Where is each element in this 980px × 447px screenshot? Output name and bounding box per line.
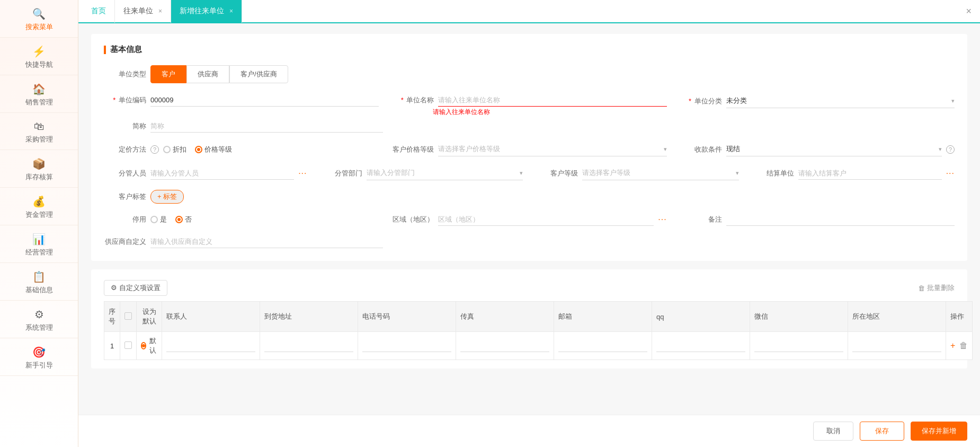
select-all-checkbox[interactable] [124, 312, 132, 320]
cell-wechat [750, 332, 848, 360]
tab-new-partner-close[interactable]: × [229, 7, 233, 15]
col-email: 邮箱 [554, 302, 652, 332]
radio-yes[interactable]: 是 [150, 215, 167, 224]
col-default: 设为默认 [137, 302, 162, 332]
tab-partners[interactable]: 往来单位 × [115, 0, 171, 23]
chevron-down-icon-2: ▾ [664, 146, 667, 153]
batch-delete-button[interactable]: 🗑 批量删除 [918, 280, 955, 296]
settlement-unit-input[interactable] [798, 167, 942, 180]
payment-terms-select[interactable]: 现结 ▾ [726, 142, 942, 156]
short-name-input[interactable] [150, 120, 383, 133]
col-checkbox [120, 302, 137, 332]
batch-delete-icon: 🗑 [918, 284, 925, 292]
qq-input[interactable] [656, 339, 745, 352]
unit-code-field: * 单位编码 [104, 94, 379, 107]
tab-new-partner[interactable]: 新增往来单位 × [171, 0, 242, 23]
sidebar-item-guide[interactable]: 🎯 新手引导 [0, 338, 78, 376]
sidebar-item-inventory[interactable]: 📦 库存核算 [0, 150, 78, 188]
manager-more-button[interactable]: ··· [298, 169, 307, 178]
sidebar-label-guide: 新手引导 [25, 361, 53, 370]
save-button[interactable]: 保存 [860, 422, 904, 441]
sidebar-item-system[interactable]: ⚙ 系统管理 [0, 301, 78, 338]
main-area: 首页 往来单位 × 新增往来单位 × × 基本信息 单位类型 [78, 0, 980, 447]
region-label: 区域（地区） [391, 215, 434, 224]
payment-terms-help-icon[interactable]: ? [946, 145, 955, 154]
unit-code-input[interactable] [150, 94, 379, 107]
customer-price-level-select[interactable]: 请选择客户价格等级 ▾ [438, 142, 666, 156]
cell-address [260, 332, 358, 360]
phone-input[interactable] [362, 339, 451, 352]
fax-input[interactable] [460, 339, 549, 352]
wechat-input[interactable] [754, 339, 843, 352]
unit-category-select[interactable]: 未分类 ▾ [726, 94, 955, 108]
customer-price-level-placeholder: 请选择客户价格等级 [438, 144, 500, 154]
chevron-down-icon: ▾ [951, 98, 955, 104]
radio-no[interactable]: 否 [175, 215, 192, 224]
row-region-input[interactable] [852, 339, 941, 352]
radio-price-level-label: 价格等级 [204, 145, 232, 154]
col-fax: 传真 [456, 302, 554, 332]
radio-no-circle [175, 216, 183, 223]
close-all-tabs-button[interactable]: × [961, 6, 976, 17]
contact-table-section: ⚙ 自定义项设置 🗑 批量删除 序号 设为默认 联系人 到货地址 [91, 269, 967, 369]
add-row-button[interactable]: + [950, 341, 955, 350]
remark-input[interactable] [726, 213, 955, 226]
cancel-button[interactable]: 取消 [813, 422, 853, 441]
customer-tag-field: 客户标签 + 标签 [104, 190, 955, 204]
unit-type-label: 单位类型 [104, 69, 146, 79]
email-input[interactable] [558, 339, 647, 352]
delete-row-button[interactable]: 🗑 [959, 341, 968, 350]
type-btn-both[interactable]: 客户/供应商 [229, 65, 288, 83]
tab-partners-close[interactable]: × [158, 7, 162, 15]
save-and-new-button[interactable]: 保存并新增 [911, 422, 967, 441]
type-btn-customer[interactable]: 客户 [150, 65, 186, 83]
cell-qq [652, 332, 750, 360]
settlement-unit-more-button[interactable]: ··· [946, 169, 955, 178]
sidebar-label-quicknav: 快捷导航 [25, 60, 53, 69]
sidebar-item-search[interactable]: 🔍 搜索菜单 [0, 0, 78, 38]
manager-field: 分管人员 ··· [104, 167, 307, 180]
region-input[interactable] [438, 213, 654, 226]
contact-input[interactable] [166, 339, 255, 352]
customer-price-level-field: 客户价格等级 请选择客户价格等级 ▾ [391, 142, 666, 156]
region-more-button[interactable]: ··· [658, 215, 666, 224]
customer-level-select[interactable]: 请选择客户等级 ▾ [582, 166, 739, 180]
cell-action: + 🗑 [946, 332, 973, 360]
section-title: 基本信息 [104, 45, 955, 55]
type-btn-supplier[interactable]: 供应商 [186, 65, 229, 83]
pricing-method-label: 定价方法 [104, 145, 146, 154]
sidebar-label-finance: 资金管理 [25, 210, 53, 220]
row-checkbox[interactable] [124, 341, 132, 349]
sidebar-item-finance[interactable]: 💰 资金管理 [0, 188, 78, 225]
chevron-down-icon-3: ▾ [939, 146, 942, 153]
radio-no-label: 否 [185, 215, 192, 224]
operations-icon: 📊 [32, 233, 46, 246]
address-input[interactable] [264, 339, 353, 352]
tab-home[interactable]: 首页 [83, 0, 115, 23]
add-tag-button[interactable]: + 标签 [150, 190, 184, 204]
department-select[interactable]: 请输入分管部门 ▾ [367, 166, 523, 180]
cell-checkbox [120, 332, 137, 360]
unit-type-row: 单位类型 客户 供应商 客户/供应商 [104, 65, 955, 83]
customize-button[interactable]: ⚙ 自定义项设置 [104, 280, 167, 296]
radio-price-level[interactable]: 价格等级 [195, 145, 232, 154]
sidebar-item-operations[interactable]: 📊 经营管理 [0, 225, 78, 263]
pricing-method-help-icon[interactable]: ? [150, 145, 159, 154]
sidebar-item-quicknav[interactable]: ⚡ 快捷导航 [0, 38, 78, 75]
tab-bar: 首页 往来单位 × 新增往来单位 × × [78, 0, 980, 23]
unit-name-input[interactable] [438, 94, 666, 107]
radio-yes-circle [150, 216, 158, 223]
sidebar-label-system: 系统管理 [25, 323, 53, 332]
unit-category-value: 未分类 [726, 96, 747, 106]
sidebar-item-base[interactable]: 📋 基础信息 [0, 263, 78, 301]
default-radio-label: 默认 [148, 336, 157, 355]
manager-input[interactable] [150, 167, 294, 180]
manager-label: 分管人员 [104, 169, 146, 178]
row-default-radio[interactable]: 默认 [141, 336, 157, 355]
sidebar-item-sales[interactable]: 🏠 销售管理 [0, 75, 78, 113]
supplier-custom-input[interactable] [150, 235, 383, 248]
sidebar-item-purchase[interactable]: 🛍 采购管理 [0, 113, 78, 150]
purchase-icon: 🛍 [34, 120, 44, 133]
short-name-field: 简称 [104, 120, 383, 133]
radio-discount[interactable]: 折扣 [163, 145, 186, 154]
